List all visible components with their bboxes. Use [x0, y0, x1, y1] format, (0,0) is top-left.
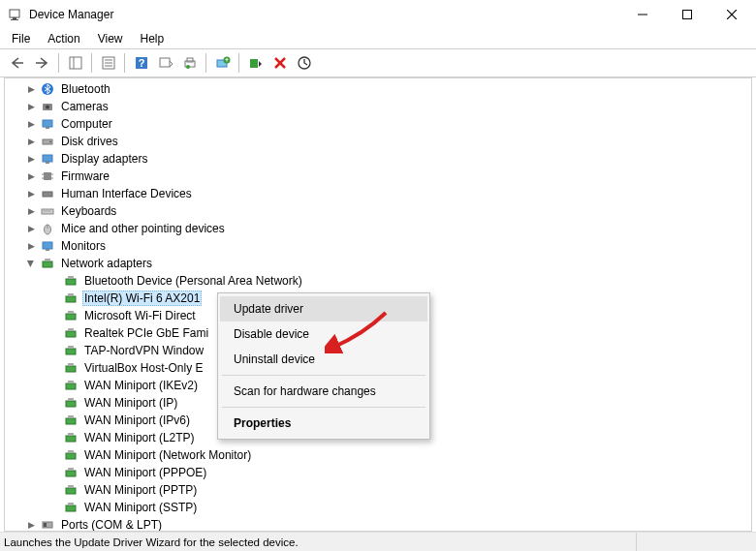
- network-icon: [63, 447, 79, 463]
- context-menu: Update driver Disable device Uninstall d…: [217, 292, 430, 440]
- category-monitors[interactable]: ▶Monitors: [5, 237, 751, 255]
- network-icon: [63, 482, 79, 498]
- svg-rect-73: [68, 485, 74, 488]
- device-label: TAP-NordVPN Window: [82, 344, 205, 357]
- network-icon: [63, 430, 79, 445]
- category-mice[interactable]: ▶Mice and other pointing devices: [5, 220, 751, 237]
- category-label: Network adapters: [59, 257, 154, 270]
- svg-rect-52: [66, 314, 76, 320]
- svg-rect-34: [44, 172, 51, 180]
- enable-button[interactable]: [244, 52, 267, 74]
- ctx-uninstall-device[interactable]: Uninstall device: [220, 347, 427, 372]
- menu-view[interactable]: View: [90, 30, 131, 47]
- network-icon: [63, 360, 79, 376]
- device-label: WAN Miniport (SSTP): [82, 501, 199, 514]
- ctx-update-driver[interactable]: Update driver: [220, 296, 427, 321]
- device-item[interactable]: Bluetooth Device (Personal Area Network): [5, 272, 751, 290]
- category-computer[interactable]: ▶Computer: [5, 115, 751, 133]
- svg-rect-33: [46, 162, 49, 164]
- device-label: WAN Miniport (Network Monitor): [82, 448, 253, 462]
- back-button[interactable]: [7, 52, 29, 74]
- category-firmware[interactable]: ▶Firmware: [5, 168, 751, 185]
- svg-rect-61: [68, 381, 74, 383]
- network-icon: [63, 343, 79, 358]
- separator: [238, 53, 239, 73]
- category-label: Human Interface Devices: [59, 187, 194, 200]
- svg-rect-77: [44, 523, 47, 527]
- category-label: Firmware: [59, 169, 111, 183]
- help-button[interactable]: ?: [130, 52, 152, 74]
- scan-hardware-button[interactable]: [293, 52, 315, 74]
- category-label: Keyboards: [59, 204, 118, 218]
- minimize-button[interactable]: [620, 0, 665, 29]
- device-label: WAN Miniport (IP): [82, 396, 179, 410]
- menu-action[interactable]: Action: [40, 30, 87, 47]
- svg-rect-7: [70, 57, 81, 69]
- device-item[interactable]: WAN Miniport (SSTP): [5, 499, 751, 516]
- svg-point-31: [49, 141, 51, 143]
- network-icon: [63, 308, 79, 323]
- firmware-icon: [40, 168, 55, 184]
- svg-text:?: ?: [138, 57, 144, 69]
- chevron-right-icon: ▶: [24, 82, 38, 96]
- svg-rect-21: [250, 59, 258, 68]
- ctx-disable-device[interactable]: Disable device: [220, 321, 427, 347]
- close-button[interactable]: [709, 0, 754, 29]
- devmgr-icon: [8, 7, 23, 22]
- category-label: Ports (COM & LPT): [59, 518, 164, 532]
- properties-button[interactable]: [97, 52, 119, 74]
- device-label: Bluetooth Device (Personal Area Network): [82, 274, 304, 288]
- menu-help[interactable]: Help: [133, 30, 173, 47]
- svg-rect-15: [160, 58, 170, 67]
- monitor-icon: [40, 238, 55, 254]
- titlebar: Device Manager: [0, 0, 756, 29]
- svg-rect-46: [43, 261, 52, 267]
- chevron-right-icon: ▶: [24, 518, 38, 532]
- chevron-down-icon: ▶: [24, 257, 38, 270]
- chevron-right-icon: ▶: [24, 135, 38, 148]
- separator: [58, 53, 59, 73]
- category-keyboards[interactable]: ▶Keyboards: [5, 202, 751, 220]
- svg-rect-51: [68, 293, 74, 296]
- device-item[interactable]: WAN Miniport (PPPOE): [5, 464, 751, 481]
- uninstall-button[interactable]: [268, 52, 291, 74]
- category-hid[interactable]: ▶Human Interface Devices: [5, 185, 751, 202]
- category-cameras[interactable]: ▶Cameras: [5, 98, 751, 115]
- svg-rect-45: [46, 249, 49, 251]
- bluetooth-icon: [40, 81, 55, 97]
- network-icon: [63, 413, 79, 428]
- svg-rect-67: [68, 433, 74, 436]
- chevron-right-icon: ▶: [24, 117, 38, 131]
- maximize-button[interactable]: [665, 0, 709, 29]
- category-network-adapters[interactable]: ▶Network adapters: [5, 255, 751, 272]
- menubar: File Action View Help: [0, 29, 756, 48]
- keyboard-icon: [40, 203, 55, 219]
- svg-rect-29: [46, 127, 49, 129]
- forward-button[interactable]: [31, 52, 53, 74]
- category-label: Mice and other pointing devices: [59, 222, 227, 235]
- device-label: Intel(R) Wi-Fi 6 AX201: [82, 291, 202, 306]
- svg-rect-2: [11, 19, 18, 20]
- svg-rect-55: [68, 328, 74, 331]
- network-icon: [63, 291, 79, 306]
- device-item[interactable]: WAN Miniport (Network Monitor): [5, 446, 751, 464]
- device-item[interactable]: WAN Miniport (PPTP): [5, 481, 751, 499]
- category-ports[interactable]: ▶Ports (COM & LPT): [5, 516, 751, 532]
- category-display-adapters[interactable]: ▶Display adapters: [5, 150, 751, 168]
- chevron-right-icon: ▶: [24, 222, 38, 235]
- mouse-icon: [40, 221, 55, 236]
- ctx-scan-hardware[interactable]: Scan for hardware changes: [220, 379, 427, 404]
- chevron-right-icon: ▶: [24, 187, 38, 200]
- print-button[interactable]: [178, 52, 201, 74]
- separator: [222, 407, 425, 408]
- category-disk-drives[interactable]: ▶Disk drives: [5, 133, 751, 150]
- menu-file[interactable]: File: [4, 30, 38, 47]
- status-text: Launches the Update Driver Wizard for th…: [4, 536, 299, 548]
- show-hide-tree-button[interactable]: [64, 52, 86, 74]
- svg-rect-60: [66, 383, 76, 389]
- action-button[interactable]: [154, 52, 176, 74]
- svg-rect-74: [66, 505, 76, 511]
- category-bluetooth[interactable]: ▶Bluetooth: [5, 80, 751, 98]
- update-driver-button[interactable]: [211, 52, 234, 74]
- ctx-properties[interactable]: Properties: [220, 411, 427, 436]
